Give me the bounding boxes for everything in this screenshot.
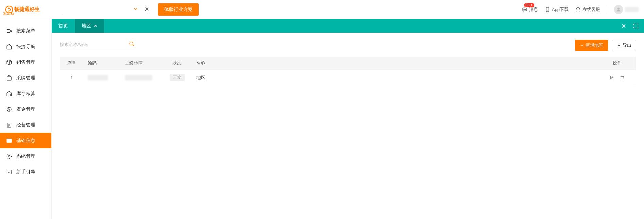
fullscreen-icon (633, 24, 638, 28)
plus-icon: ＋ (580, 42, 584, 48)
warehouse-icon (6, 91, 12, 97)
col-seq: 序号 (60, 60, 84, 66)
app-download-label: App下载 (552, 6, 569, 13)
sidebar-item-purchase[interactable]: 采购管理 (0, 70, 51, 86)
table-row: 1 正常 地区 (60, 70, 636, 85)
svg-point-30 (130, 42, 133, 45)
search-icon[interactable] (129, 41, 135, 48)
tab-home[interactable]: 首页 (52, 19, 75, 33)
online-service-button[interactable]: 在线客服 (575, 6, 600, 13)
sidebar-item-business[interactable]: 经营管理 (0, 117, 51, 133)
delete-icon[interactable] (620, 75, 625, 80)
svg-rect-32 (611, 76, 614, 79)
sidebar-item-label: 销售管理 (16, 59, 35, 65)
company-name (62, 6, 130, 12)
col-code: 编码 (84, 60, 121, 66)
sidebar-item-label: 搜索菜单 (16, 28, 35, 34)
cell-parent (121, 75, 162, 80)
cell-name: 地区 (192, 75, 598, 81)
tab-bar: 首页 地区 ✕ (52, 19, 644, 33)
gear-icon[interactable] (144, 6, 150, 13)
search-menu-icon (6, 28, 12, 34)
svg-point-5 (525, 9, 526, 10)
sidebar: 搜索菜单 快捷导航 销售管理 采购管理 库存核算 资金管理 经营管理 基础信息 (0, 19, 52, 219)
sidebar-item-search-menu[interactable]: 搜索菜单 (0, 23, 51, 39)
col-parent: 上级地区 (121, 60, 162, 66)
sidebar-item-inventory[interactable]: 库存核算 (0, 86, 51, 101)
logo-text: 畅捷通好生 (14, 6, 40, 13)
svg-point-10 (617, 7, 619, 9)
search-input[interactable] (60, 42, 129, 47)
home-icon (6, 44, 12, 50)
message-badge: 99 + (524, 3, 534, 7)
svg-rect-23 (7, 139, 12, 143)
add-region-button[interactable]: ＋ 新增地区 (575, 40, 608, 51)
sidebar-item-label: 系统管理 (16, 153, 35, 159)
sidebar-item-label: 资金管理 (16, 106, 35, 112)
messages-button[interactable]: 99 + 消息 (522, 6, 538, 13)
svg-rect-8 (576, 10, 577, 11)
company-selector[interactable] (62, 6, 150, 15)
add-region-label: 新增地区 (586, 42, 603, 48)
close-all-tabs-button[interactable] (618, 20, 629, 31)
online-service-label: 在线客服 (582, 6, 600, 13)
sidebar-item-quick-nav[interactable]: 快捷导航 (0, 39, 51, 54)
edit-icon[interactable] (610, 75, 615, 80)
tab-label: 地区 (82, 23, 91, 29)
phone-icon (545, 7, 550, 12)
close-icon[interactable]: ✕ (94, 24, 97, 28)
cell-seq: 1 (60, 75, 84, 80)
sidebar-item-funds[interactable]: 资金管理 (0, 101, 51, 117)
sidebar-item-label: 采购管理 (16, 75, 35, 81)
svg-point-7 (547, 11, 547, 11)
clipboard-icon (6, 122, 12, 128)
sidebar-item-label: 新手引导 (16, 169, 35, 175)
svg-rect-9 (579, 10, 580, 11)
id-card-icon (6, 138, 12, 144)
system-icon (6, 153, 12, 159)
svg-rect-16 (7, 77, 11, 80)
col-status: 状态 (162, 60, 192, 66)
sidebar-item-label: 快捷导航 (16, 44, 35, 50)
sidebar-item-label: 基础信息 (16, 138, 35, 144)
svg-point-4 (525, 9, 525, 10)
divider (607, 6, 607, 13)
cell-code (84, 75, 121, 80)
sidebar-item-label: 库存核算 (16, 91, 35, 97)
search-wrap (60, 41, 135, 49)
avatar-icon (614, 5, 623, 14)
svg-line-15 (12, 31, 12, 32)
svg-point-24 (8, 140, 9, 141)
export-icon (616, 43, 621, 48)
col-ops: 操作 (598, 60, 636, 66)
sidebar-item-guide[interactable]: 新手引导 (0, 164, 51, 180)
svg-point-27 (7, 154, 12, 159)
fullscreen-button[interactable] (630, 20, 641, 31)
sales-icon (6, 59, 12, 65)
experience-industry-button[interactable]: 体验行业方案 (158, 3, 199, 16)
svg-point-3 (524, 9, 524, 10)
cell-status: 正常 (162, 74, 192, 81)
chevron-down-icon[interactable] (134, 6, 138, 12)
status-badge: 正常 (170, 74, 185, 81)
sidebar-item-sales[interactable]: 销售管理 (0, 54, 51, 70)
svg-line-31 (133, 45, 134, 46)
tab-label: 首页 (58, 23, 68, 29)
money-icon (6, 106, 12, 112)
tab-region[interactable]: 地区 ✕ (75, 19, 104, 33)
export-button[interactable]: 导出 (612, 40, 636, 51)
table-header: 序号 编码 上级地区 状态 名称 操作 (60, 57, 636, 70)
svg-point-1 (146, 8, 148, 10)
bag-icon (6, 75, 12, 81)
svg-point-28 (8, 156, 10, 157)
sidebar-item-system[interactable]: 系统管理 (0, 148, 51, 164)
user-name (625, 7, 639, 12)
svg-rect-17 (8, 94, 10, 96)
user-menu[interactable] (614, 5, 639, 14)
sidebar-item-label: 经营管理 (16, 122, 35, 128)
app-download-button[interactable]: App下载 (545, 6, 569, 13)
headset-icon (575, 7, 581, 12)
export-label: 导出 (623, 42, 631, 48)
sidebar-item-basic-info[interactable]: 基础信息 (0, 133, 51, 148)
close-icon (621, 24, 626, 28)
